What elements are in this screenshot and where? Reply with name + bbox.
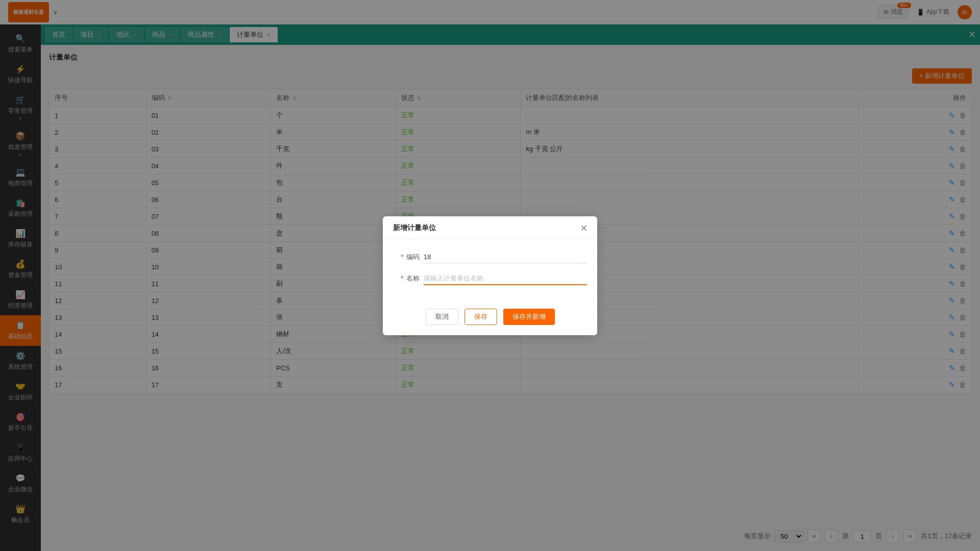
form-label-code: * 编码 bbox=[393, 253, 424, 262]
save-and-new-button[interactable]: 保存并新增 bbox=[503, 309, 555, 325]
modal-body: * 编码 * 名称 bbox=[383, 239, 597, 303]
modal-footer: 取消 保存 保存并新增 bbox=[383, 303, 597, 335]
modal-overlay: 新增计量单位 ✕ * 编码 * 名称 取消 保存 保存并新增 bbox=[0, 0, 980, 551]
form-row-name: * 名称 bbox=[393, 272, 587, 285]
form-row-code: * 编码 bbox=[393, 251, 587, 263]
save-button[interactable]: 保存 bbox=[464, 309, 497, 325]
required-mark-code: * bbox=[401, 253, 403, 261]
required-mark-name: * bbox=[401, 274, 403, 282]
add-measure-unit-modal: 新增计量单位 ✕ * 编码 * 名称 取消 保存 保存并新增 bbox=[383, 216, 597, 335]
cancel-button[interactable]: 取消 bbox=[426, 309, 458, 325]
name-input[interactable] bbox=[424, 272, 587, 285]
modal-title: 新增计量单位 bbox=[393, 223, 436, 233]
code-input[interactable] bbox=[424, 251, 587, 263]
modal-close-button[interactable]: ✕ bbox=[580, 223, 587, 233]
modal-header: 新增计量单位 ✕ bbox=[383, 216, 597, 239]
form-label-name: * 名称 bbox=[393, 274, 424, 283]
